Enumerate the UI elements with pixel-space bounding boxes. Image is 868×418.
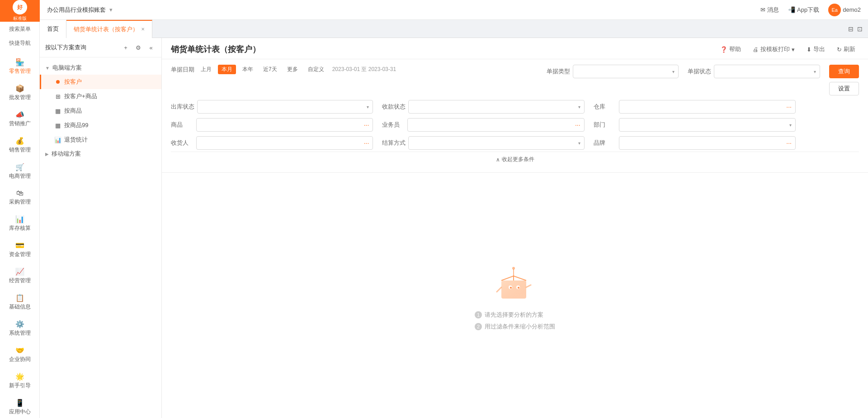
sidebar-item-basic[interactable]: 📋 基础信息 [0, 289, 39, 315]
tree-item-by-product-99[interactable]: ▦ 按商品99 [40, 118, 161, 133]
warehouse-label: 仓库 [594, 103, 616, 111]
home-tab-label: 首页 [47, 25, 59, 33]
settings-button[interactable]: 设置 [829, 82, 859, 95]
sidebar-item-marketing[interactable]: 📣 营销推广 [0, 106, 39, 132]
warehouse-select[interactable]: ··· [619, 100, 796, 114]
date-btn-more[interactable]: 更多 [283, 65, 302, 74]
page-header: 销货单统计表（按客户） ❓ 帮助 🖨 按模板打印 ▾ ⬇ 导出 [162, 38, 868, 59]
svg-line-7 [497, 287, 501, 292]
tree-group-pc: ▼ 电脑端方案 按客户 ⊞ 按客户+商品 ▦ 按商品 [40, 61, 161, 147]
tip1-text: 请先选择要分析的方案 [485, 311, 543, 319]
tab-bar: 首页 销货单统计表（按客户） ✕ ⊟ ⊡ [40, 20, 868, 38]
date-btn-this-month[interactable]: 本月 [218, 65, 236, 74]
tree-group-mobile: ▶ 移动端方案 [40, 147, 161, 161]
receiver-select[interactable]: ··· [196, 136, 373, 150]
date-btn-this-year[interactable]: 本年 [239, 65, 257, 74]
sidebar-item-wholesale[interactable]: 📦 批发管理 [0, 80, 39, 106]
tip2-text: 用过滤条件来缩小分析范围 [485, 323, 555, 331]
refresh-button[interactable]: ↻ 刷新 [833, 43, 859, 55]
tree-item-by-customer-product[interactable]: ⊞ 按客户+商品 [40, 89, 161, 104]
brand-dots: ··· [786, 139, 792, 147]
search-menu-button[interactable]: 搜索菜单 [0, 22, 39, 37]
tab-close-button[interactable]: ✕ [141, 27, 145, 32]
tree-item-by-product[interactable]: ▦ 按商品 [40, 104, 161, 118]
tab-controls: ⊟ ⊡ [843, 25, 868, 33]
product-select[interactable]: ··· [196, 118, 373, 132]
date-btn-custom[interactable]: 自定义 [304, 65, 328, 74]
tab-sales-stat[interactable]: 销货单统计表（按客户） ✕ [66, 20, 152, 38]
empty-tip-2: 2 用过滤条件来缩小分析范围 [475, 323, 555, 331]
marketing-icon: 📣 [15, 110, 24, 119]
department-arrow: ▾ [789, 123, 792, 128]
scheme-tree: ▼ 电脑端方案 按客户 ⊞ 按客户+商品 ▦ 按商品 [40, 57, 161, 164]
quick-nav-button[interactable]: 快捷导航 [0, 37, 39, 50]
tab-home[interactable]: 首页 [40, 20, 66, 38]
date-range-text: 2023-03-01 至 2023-03-31 [332, 66, 396, 73]
query-buttons: 查询 设置 [829, 65, 859, 95]
scheme-query-title: 按以下方案查询 [45, 43, 86, 52]
help-button[interactable]: ❓ 帮助 [717, 43, 745, 55]
salesperson-select[interactable]: ··· [407, 118, 584, 132]
collapse-filters-button[interactable]: ∧ 收起更多条件 [171, 152, 859, 167]
department-select[interactable]: ▾ [619, 118, 796, 132]
filter-area: 单据日期 上月 本月 本年 近7天 更多 自定义 2023-03-01 至 20… [162, 59, 868, 173]
payment-method-select[interactable]: ▾ [408, 136, 584, 150]
maximize-tab-icon[interactable]: ⊡ [857, 25, 863, 33]
export-button[interactable]: ⬇ 导出 [803, 43, 829, 55]
user-profile-button[interactable]: Ea demo2 [828, 4, 861, 16]
purchase-icon: 🛍 [16, 189, 24, 197]
empty-tip-1: 1 请先选择要分析的方案 [475, 311, 555, 319]
top-header: 办公用品行业模拟账套 ▾ ✉ 消息 📲 App下载 Ea demo2 [40, 0, 868, 20]
message-button[interactable]: ✉ 消息 [760, 6, 779, 14]
date-btn-last-month[interactable]: 上月 [197, 65, 215, 74]
collapse-panel-button[interactable]: « [146, 43, 156, 52]
app-logo[interactable]: 好 标准版 [0, 0, 40, 22]
date-btn-7days[interactable]: 近7天 [259, 65, 281, 74]
sidebar-item-sales[interactable]: 💰 销售管理 [0, 132, 39, 158]
app-download-button[interactable]: 📲 App下载 [788, 6, 819, 14]
by-product-99-label: 按商品99 [64, 121, 88, 129]
empty-state: 1 请先选择要分析的方案 2 用过滤条件来缩小分析范围 [162, 173, 868, 418]
tree-item-by-customer[interactable]: 按客户 [40, 75, 161, 89]
brand-select[interactable]: ··· [619, 136, 796, 150]
sidebar-item-ecommerce[interactable]: 🛒 电商管理 [0, 158, 39, 185]
salesperson-dots: ··· [575, 121, 580, 128]
add-scheme-button[interactable]: + [121, 43, 131, 52]
order-status-select[interactable]: ▾ [714, 65, 820, 78]
logo-icon: 好 [13, 0, 27, 14]
app-title-dropdown[interactable]: ▾ [109, 6, 113, 13]
app-title: 办公用品行业模拟账套 [47, 6, 106, 14]
sidebar-item-operation[interactable]: 📈 经营管理 [0, 263, 39, 289]
minimize-tab-icon[interactable]: ⊟ [848, 25, 854, 33]
query-button[interactable]: 查询 [829, 65, 859, 78]
sidebar-item-cooperation[interactable]: 🤝 企业协同 [0, 342, 39, 368]
sidebar-item-system[interactable]: ⚙️ 系统管理 [0, 315, 39, 342]
print-icon: 🖨 [753, 46, 759, 53]
tree-group-mobile-header[interactable]: ▶ 移动端方案 [40, 147, 161, 161]
tree-group-arrow: ▼ [45, 66, 50, 71]
sidebar-item-newguide[interactable]: 🌟 新手引导 [0, 368, 39, 394]
empty-state-illustration [492, 260, 538, 305]
payment-status-label: 收款状态 [382, 103, 406, 111]
order-type-select[interactable]: ▾ [573, 65, 679, 78]
receiver-dots: ··· [364, 139, 369, 147]
tree-item-return-stat[interactable]: 📊 退货统计 [40, 133, 161, 147]
tree-group-pc-header[interactable]: ▼ 电脑端方案 [40, 61, 161, 75]
sidebar-item-retail[interactable]: 🏪 零售管理 [0, 53, 39, 80]
sidebar-item-appcenter[interactable]: 📱 应用中心 [0, 394, 39, 418]
download-icon: 📲 [788, 6, 795, 13]
by-customer-product-label: 按客户+商品 [64, 92, 97, 100]
ecommerce-icon: 🛒 [15, 163, 24, 171]
print-button[interactable]: 🖨 按模板打印 ▾ [749, 43, 798, 55]
sidebar-item-finance[interactable]: 💳 资金管理 [0, 237, 39, 263]
sidebar-item-purchase[interactable]: 🛍 采购管理 [0, 185, 39, 210]
empty-tips: 1 请先选择要分析的方案 2 用过滤条件来缩小分析范围 [475, 311, 555, 331]
print-dropdown-icon: ▾ [792, 46, 795, 53]
svg-line-8 [526, 285, 531, 287]
settings-scheme-button[interactable]: ⚙ [133, 43, 143, 52]
svg-point-6 [512, 267, 515, 270]
payment-status-select[interactable]: ▾ [408, 100, 584, 114]
out-status-select[interactable]: ▾ [197, 100, 373, 114]
sidebar-item-inventory[interactable]: 📊 库存核算 [0, 210, 39, 237]
inventory-icon: 📊 [15, 215, 24, 223]
